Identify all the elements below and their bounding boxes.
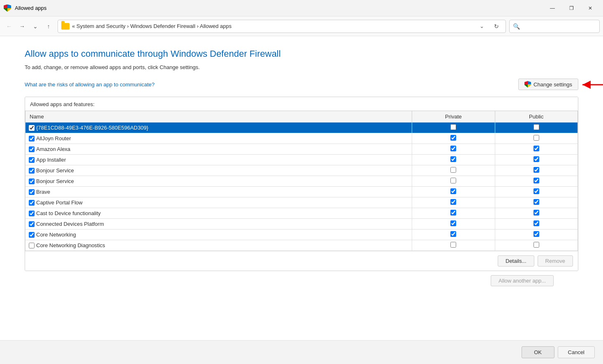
app-enabled-checkbox[interactable] — [29, 179, 35, 184]
app-name-inner: Bonjour Service — [29, 167, 408, 174]
app-private-checkbox[interactable] — [450, 210, 456, 216]
app-public-checkbox[interactable] — [533, 210, 539, 216]
app-private-checkbox[interactable] — [450, 178, 456, 183]
app-enabled-checkbox[interactable] — [29, 221, 35, 227]
app-enabled-checkbox[interactable] — [29, 211, 35, 216]
app-public-checkbox[interactable] — [533, 242, 539, 248]
risks-link[interactable]: What are the risks of allowing an app to… — [25, 81, 155, 88]
app-name-label: Connected Devices Platform — [36, 221, 104, 227]
refresh-button[interactable]: ↻ — [491, 21, 502, 32]
app-private-checkbox[interactable] — [450, 156, 456, 162]
app-enabled-checkbox[interactable] — [29, 146, 35, 152]
table-row[interactable]: Bonjour Service — [26, 165, 578, 176]
apps-table-container: Allowed apps and features: Name Private … — [25, 97, 578, 271]
app-name-label: App Installer — [36, 157, 66, 163]
app-private-checkbox[interactable] — [450, 231, 456, 237]
change-settings-button[interactable]: Change settings — [518, 79, 578, 90]
app-private-cell — [412, 197, 495, 208]
apps-table: Name Private Public {78E1CD88-49E3-476E-… — [25, 111, 578, 251]
app-enabled-checkbox[interactable] — [29, 136, 35, 141]
app-public-checkbox[interactable] — [533, 231, 539, 237]
app-name-inner: Brave — [29, 189, 408, 195]
table-row[interactable]: Bonjour Service — [26, 176, 578, 187]
app-name-label: Bonjour Service — [36, 178, 74, 184]
app-public-checkbox[interactable] — [533, 199, 539, 205]
app-enabled-checkbox[interactable] — [29, 168, 35, 174]
app-public-checkbox[interactable] — [533, 178, 539, 183]
app-public-checkbox[interactable] — [533, 220, 539, 226]
ok-button[interactable]: OK — [522, 346, 554, 358]
app-name-cell: Amazon Alexa — [26, 144, 412, 155]
app-private-cell — [412, 208, 495, 219]
app-enabled-checkbox[interactable] — [29, 157, 35, 163]
breadcrumb-sep1: › — [127, 23, 130, 29]
app-name-cell: Core Networking — [26, 230, 412, 240]
col-header-private: Private — [412, 111, 495, 123]
table-row[interactable]: AllJoyn Router — [26, 133, 578, 144]
app-public-checkbox[interactable] — [533, 188, 539, 194]
col-header-name: Name — [26, 111, 412, 123]
bottom-section: Allow another app... — [25, 271, 578, 290]
app-private-checkbox[interactable] — [450, 220, 456, 226]
app-private-checkbox[interactable] — [450, 124, 456, 130]
svg-marker-1 — [582, 81, 591, 89]
close-button[interactable]: ✕ — [581, 2, 600, 15]
app-enabled-checkbox[interactable] — [29, 200, 35, 206]
remove-button[interactable]: Remove — [538, 255, 573, 267]
table-row[interactable]: Connected Devices Platform — [26, 219, 578, 230]
app-enabled-checkbox[interactable] — [29, 125, 35, 131]
app-public-checkbox[interactable] — [533, 156, 539, 162]
cancel-button[interactable]: Cancel — [558, 346, 595, 358]
app-name-label: Brave — [36, 189, 50, 195]
app-enabled-checkbox[interactable] — [29, 189, 35, 195]
app-public-cell — [495, 219, 577, 230]
app-enabled-checkbox[interactable] — [29, 232, 35, 238]
app-private-cell — [412, 123, 495, 133]
maximize-button[interactable]: ❐ — [562, 2, 581, 15]
app-private-cell — [412, 144, 495, 155]
app-private-checkbox[interactable] — [450, 167, 456, 173]
app-icon — [3, 4, 12, 12]
forward-button[interactable]: → — [16, 21, 28, 32]
table-row[interactable]: Captive Portal Flow — [26, 197, 578, 208]
app-name-label: Bonjour Service — [36, 167, 74, 174]
app-private-checkbox[interactable] — [450, 199, 456, 205]
app-private-checkbox[interactable] — [450, 146, 456, 151]
app-public-checkbox[interactable] — [533, 167, 539, 173]
app-private-checkbox[interactable] — [450, 242, 456, 248]
app-public-checkbox[interactable] — [533, 135, 539, 141]
arrow-annotation — [578, 70, 603, 99]
search-box[interactable]: 🔍 — [509, 20, 600, 33]
app-private-cell — [412, 219, 495, 230]
app-enabled-checkbox[interactable] — [29, 243, 35, 248]
app-name-cell: Captive Portal Flow — [26, 197, 412, 208]
table-row[interactable]: {78E1CD88-49E3-476E-B926-580E596AD309} — [26, 123, 578, 133]
app-private-checkbox[interactable] — [450, 135, 456, 141]
address-dropdown-button[interactable]: ⌄ — [477, 21, 487, 31]
app-public-cell — [495, 165, 577, 176]
app-private-cell — [412, 240, 495, 251]
app-name-label: Core Networking — [36, 232, 76, 238]
table-row[interactable]: Brave — [26, 187, 578, 197]
app-private-checkbox[interactable] — [450, 188, 456, 194]
table-scroll-area[interactable]: Name Private Public {78E1CD88-49E3-476E-… — [25, 111, 578, 251]
action-row: What are the risks of allowing an app to… — [25, 79, 578, 90]
app-name-label: {78E1CD88-49E3-476E-B926-580E596AD309} — [36, 125, 148, 131]
minimize-button[interactable]: — — [543, 2, 562, 15]
up-button[interactable]: ↑ — [43, 21, 54, 32]
address-box[interactable]: « System and Security › Windows Defender… — [58, 20, 506, 33]
table-row[interactable]: Core Networking Diagnostics — [26, 240, 578, 251]
app-public-cell — [495, 187, 577, 197]
table-row[interactable]: Cast to Device functionality — [26, 208, 578, 219]
recent-locations-button[interactable]: ⌄ — [30, 21, 41, 32]
allow-another-button[interactable]: Allow another app... — [491, 275, 554, 286]
app-public-cell — [495, 144, 577, 155]
back-button[interactable]: ← — [3, 21, 15, 32]
app-name-cell: Core Networking Diagnostics — [26, 240, 412, 251]
app-public-checkbox[interactable] — [533, 124, 539, 130]
table-row[interactable]: App Installer — [26, 155, 578, 165]
details-button[interactable]: Details... — [498, 255, 534, 267]
table-row[interactable]: Core Networking — [26, 230, 578, 240]
table-row[interactable]: Amazon Alexa — [26, 144, 578, 155]
app-public-checkbox[interactable] — [533, 146, 539, 151]
